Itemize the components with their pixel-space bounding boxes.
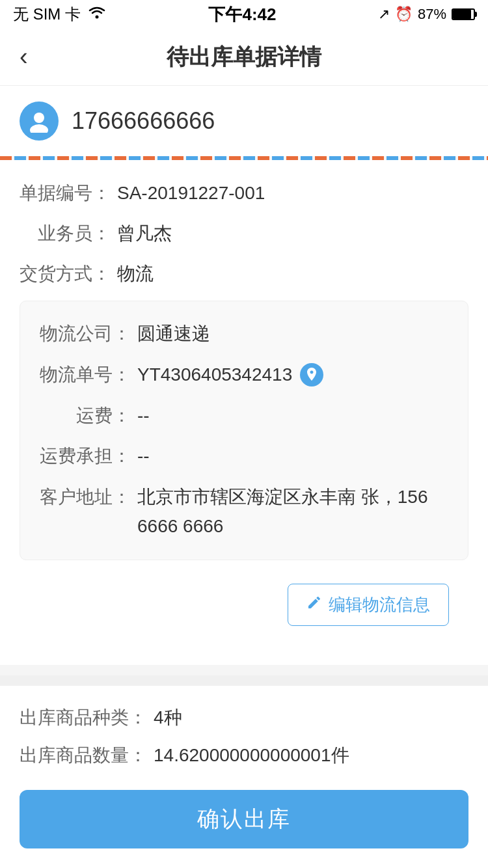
nav-bar: ‹ 待出库单据详情 [0, 29, 488, 86]
customer-phone: 17666666666 [72, 107, 215, 135]
logistics-tracking-label: 物流单号： [40, 360, 131, 390]
status-left: 无 SIM 卡 [13, 4, 107, 25]
time-label: 下午4:42 [208, 3, 276, 26]
confirm-outbound-button[interactable]: 确认出库 [20, 790, 468, 848]
status-bar: 无 SIM 卡 下午4:42 ↗ ⏰ 87% [0, 0, 488, 29]
wifi-icon [87, 5, 107, 23]
tracking-location-icon[interactable] [300, 363, 323, 387]
edit-logistics-label: 编辑物流信息 [329, 593, 430, 616]
logistics-tracking-value: YT4306405342413 [137, 360, 448, 390]
freight-value: -- [137, 401, 448, 431]
freight-label: 运费： [40, 401, 131, 431]
address-row: 客户地址： 北京市市辖区海淀区永丰南 张，156 6666 6666 [40, 483, 448, 541]
status-right: ↗ ⏰ 87% [378, 6, 475, 23]
avatar [20, 102, 59, 141]
salesperson-label: 业务员： [20, 220, 111, 247]
battery-label: 87% [418, 6, 446, 23]
freight-bearer-value: -- [137, 442, 448, 471]
doc-number-row: 单据编号： SA-20191227-001 [20, 180, 468, 207]
edit-logistics-button[interactable]: 编辑物流信息 [288, 584, 449, 626]
address-value: 北京市市辖区海淀区永丰南 张，156 6666 6666 [137, 483, 448, 541]
goods-types-row: 出库商品种类： 4种 [20, 705, 468, 730]
goods-quantity-label: 出库商品数量： [20, 743, 147, 768]
goods-quantity-value: 14.620000000000001件 [154, 743, 349, 768]
back-button[interactable]: ‹ [20, 43, 28, 71]
logistics-company-value: 圆通速递 [137, 319, 448, 349]
goods-types-label: 出库商品种类： [20, 705, 147, 730]
confirm-btn-wrap: 确认出库 [0, 777, 488, 868]
freight-bearer-row: 运费承担： -- [40, 442, 448, 471]
battery-icon [452, 8, 475, 20]
salesperson-value: 曾凡杰 [117, 220, 468, 247]
page-title: 待出库单据详情 [167, 42, 321, 72]
logistics-card: 物流公司： 圆通速递 物流单号： YT4306405342413 运费： -- [20, 301, 468, 560]
delivery-value: 物流 [117, 260, 468, 288]
logistics-tracking-row: 物流单号： YT4306405342413 [40, 360, 448, 390]
svg-point-2 [30, 124, 48, 133]
goods-types-value: 4种 [154, 705, 182, 730]
edit-btn-container: 编辑物流信息 [20, 571, 468, 645]
freight-bearer-label: 运费承担： [40, 442, 131, 471]
edit-icon [306, 595, 322, 615]
document-info-section: 单据编号： SA-20191227-001 业务员： 曾凡杰 交货方式： 物流 … [0, 160, 488, 665]
location-status-icon: ↗ [378, 6, 390, 23]
logistics-company-row: 物流公司： 圆通速递 [40, 319, 448, 349]
customer-header: 17666666666 [0, 86, 488, 156]
section-divider [0, 675, 488, 686]
svg-point-0 [96, 16, 99, 19]
doc-number-label: 单据编号： [20, 180, 111, 207]
freight-row: 运费： -- [40, 401, 448, 431]
svg-point-1 [34, 113, 44, 123]
delivery-label: 交货方式： [20, 260, 111, 288]
address-label: 客户地址： [40, 483, 131, 512]
alarm-icon: ⏰ [395, 6, 413, 23]
salesperson-row: 业务员： 曾凡杰 [20, 220, 468, 247]
logistics-company-label: 物流公司： [40, 319, 131, 349]
doc-number-value: SA-20191227-001 [117, 180, 468, 207]
goods-quantity-row: 出库商品数量： 14.620000000000001件 [20, 743, 468, 768]
carrier-label: 无 SIM 卡 [13, 4, 81, 25]
delivery-row: 交货方式： 物流 [20, 260, 468, 288]
